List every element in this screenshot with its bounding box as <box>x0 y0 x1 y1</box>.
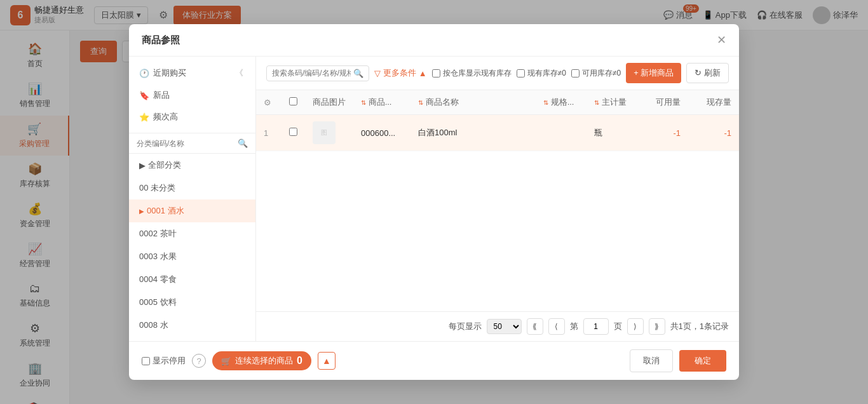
cell-stock: -1 <box>688 115 739 151</box>
category-item-0002[interactable]: 0002 茶叶 <box>129 222 255 245</box>
col-header-unit[interactable]: ⇅ 主计量 <box>587 90 637 115</box>
category-item-0001[interactable]: ▶ 0001 酒水 <box>129 199 255 222</box>
tab-new[interactable]: 🔖 新品 <box>129 84 255 106</box>
cell-spec <box>536 115 587 151</box>
cart-button[interactable]: 🛒 连续选择的商品 0 <box>212 351 311 370</box>
product-table-wrap: ⚙ 商品图片 ⇅ 商品... ⇅ <box>256 90 739 311</box>
product-search-input[interactable] <box>272 69 351 77</box>
pagination: 每页显示 50 20 100 ⟪ ⟨ 第 页 ⟩ ⟫ 共1页，1条记录 <box>256 311 739 341</box>
category-label-all: 全部分类 <box>148 159 181 171</box>
filter-label: 更多条件 <box>383 67 416 79</box>
filter-icon: ▽ <box>374 69 381 78</box>
row-checkbox[interactable] <box>289 128 297 136</box>
category-item-0004[interactable]: 0004 零食 <box>129 268 255 291</box>
product-unit: 瓶 <box>594 128 602 137</box>
frequent-icon: ⭐ <box>139 112 149 122</box>
category-label-0004: 0004 零食 <box>139 274 177 285</box>
col-header-settings[interactable]: ⚙ <box>256 90 281 115</box>
page-size-select[interactable]: 50 20 100 <box>487 319 522 334</box>
stock-checkbox[interactable] <box>517 69 525 77</box>
modal-title: 商品参照 <box>142 34 180 46</box>
category-item-0003[interactable]: 0003 水果 <box>129 245 255 268</box>
collapse-icon[interactable]: 《 <box>233 67 245 79</box>
product-stock: -1 <box>724 128 731 138</box>
tab-new-label: 新品 <box>153 90 170 101</box>
prev-page-button[interactable]: ⟨ <box>548 318 565 335</box>
cell-name: 白酒100ml <box>410 115 536 151</box>
show-disabled-checkbox[interactable]: 显示停用 <box>142 355 186 367</box>
modal-close-button[interactable]: ✕ <box>717 33 726 47</box>
search-icon: 🔍 <box>238 138 248 148</box>
category-item-0008[interactable]: 0008 水 <box>129 314 255 337</box>
product-image: 图 <box>313 121 336 144</box>
category-item-0005[interactable]: 0005 饮料 <box>129 291 255 314</box>
tab-frequent[interactable]: ⭐ 频次高 <box>129 106 255 128</box>
product-search-box[interactable]: 🔍 <box>266 65 369 81</box>
category-label-0008: 0008 水 <box>139 320 168 331</box>
category-search-input[interactable] <box>137 139 235 148</box>
warehouse-filter[interactable]: 按仓库显示现有库存 <box>432 68 512 79</box>
confirm-button[interactable]: 确定 <box>679 350 726 372</box>
col-header-check[interactable] <box>281 90 305 115</box>
product-code: 000600... <box>361 128 395 138</box>
category-item-00[interactable]: 00 未分类 <box>129 177 255 199</box>
page-size-label: 每页显示 <box>449 321 482 332</box>
stock-filter-label: 现有库存≠0 <box>527 68 566 79</box>
search-submit-icon[interactable]: 🔍 <box>353 69 363 78</box>
col-spec-label: 规格... <box>551 97 574 107</box>
recent-icon: 🕐 <box>139 69 149 78</box>
available-filter-label: 可用库存≠0 <box>582 68 621 79</box>
cell-avail: -1 <box>637 115 688 151</box>
cart-label: 连续选择的商品 <box>235 355 293 367</box>
category-list: ▶ 全部分类 00 未分类 ▶ 0001 酒水 0002 茶叶 0003 水果 <box>129 154 255 341</box>
chevron-up-icon: ▲ <box>419 69 427 78</box>
col-header-name[interactable]: ⇅ 商品名称 <box>410 90 536 115</box>
modal-footer: 显示停用 ? 🛒 连续选择的商品 0 ▲ 取消 确定 <box>129 341 739 380</box>
cell-num: 1 <box>256 115 281 151</box>
footer-collapse-button[interactable]: ▲ <box>318 352 336 370</box>
filter-button[interactable]: ▽ 更多条件 ▲ <box>374 67 427 79</box>
table-row[interactable]: 1 图 000600... 白酒100ml <box>256 115 739 151</box>
last-page-button[interactable]: ⟫ <box>649 318 665 335</box>
tab-recent[interactable]: 🕐 近期购买 《 <box>129 62 255 84</box>
add-product-button[interactable]: + 新增商品 <box>626 63 681 83</box>
page-label: 第 <box>570 321 578 332</box>
page-unit: 页 <box>614 321 622 332</box>
category-item-all[interactable]: ▶ 全部分类 <box>129 154 255 177</box>
available-checkbox[interactable] <box>571 69 580 77</box>
arrow-icon: ▶ <box>139 161 146 170</box>
product-available: -1 <box>673 128 681 138</box>
sort-icon-spec: ⇅ <box>543 99 548 106</box>
table-header-row: ⚙ 商品图片 ⇅ 商品... ⇅ <box>256 90 739 115</box>
cart-count: 0 <box>297 355 302 367</box>
category-label-00: 00 未分类 <box>139 182 175 194</box>
cell-unit: 瓶 <box>587 115 637 151</box>
product-reference-modal: 商品参照 ✕ 🕐 近期购买 《 🔖 新品 <box>129 24 739 380</box>
category-label-0002: 0002 茶叶 <box>139 228 177 239</box>
table-toolbar: 🔍 ▽ 更多条件 ▲ 按仓库显示现有库存 现有库存≠0 <box>256 57 739 90</box>
col-header-spec[interactable]: ⇅ 规格... <box>536 90 587 115</box>
col-header-img: 商品图片 <box>305 90 353 115</box>
select-all-checkbox[interactable] <box>289 97 297 105</box>
page-input[interactable] <box>583 318 609 335</box>
warehouse-checkbox[interactable] <box>432 69 440 77</box>
category-label-0003: 0003 水果 <box>139 251 177 262</box>
col-img-label: 商品图片 <box>313 97 346 107</box>
category-item-0010[interactable]: 0010 家电 <box>129 337 255 341</box>
show-disabled-label: 显示停用 <box>153 355 186 367</box>
table-panel: 🔍 ▽ 更多条件 ▲ 按仓库显示现有库存 现有库存≠0 <box>256 57 739 341</box>
available-filter[interactable]: 可用库存≠0 <box>571 68 621 79</box>
disabled-checkbox[interactable] <box>142 357 150 365</box>
help-icon[interactable]: ? <box>192 354 206 368</box>
refresh-product-button[interactable]: ↻ 刷新 <box>686 63 729 83</box>
col-stock-label: 现存量 <box>707 97 731 107</box>
cell-code: 000600... <box>353 115 410 151</box>
category-tabs: 🕐 近期购买 《 🔖 新品 ⭐ 频次高 <box>129 57 255 133</box>
col-header-code[interactable]: ⇅ 商品... <box>353 90 410 115</box>
first-page-button[interactable]: ⟪ <box>527 318 543 335</box>
cancel-button[interactable]: 取消 <box>630 349 673 372</box>
footer-left: 显示停用 ? 🛒 连续选择的商品 0 ▲ <box>142 351 623 370</box>
cell-check[interactable] <box>281 115 305 151</box>
next-page-button[interactable]: ⟩ <box>627 318 644 335</box>
stock-filter[interactable]: 现有库存≠0 <box>517 68 566 79</box>
